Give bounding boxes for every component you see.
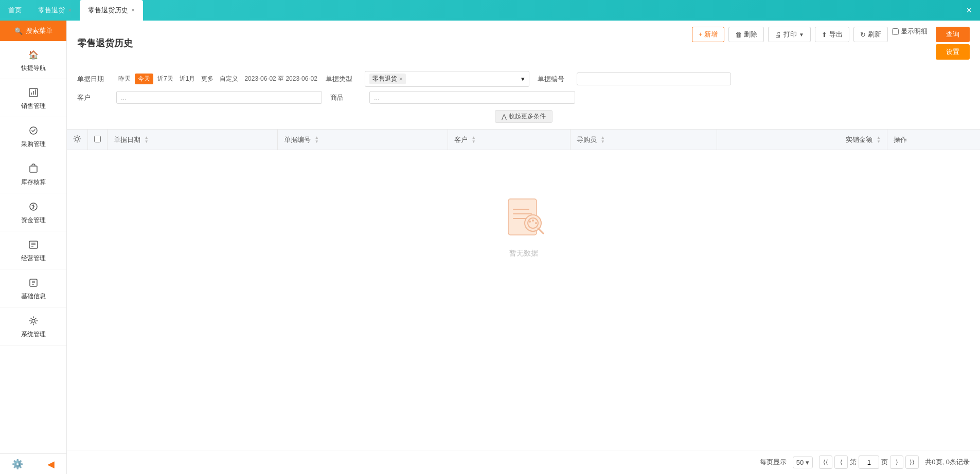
type-tag-value: 零售退货 (372, 75, 397, 83)
sidebar-item-quick-nav[interactable]: 🏠 快捷导航 (0, 41, 66, 79)
query-button[interactable]: 查询 (936, 27, 970, 42)
date-opt-7days[interactable]: 近7天 (155, 74, 175, 84)
top-bar: 首页 零售退货 × 零售退货历史 × × (0, 0, 980, 21)
sort-customer-icon: ▲ ▼ (472, 136, 476, 144)
tab-retail-return-close[interactable]: × (68, 7, 72, 14)
customer-placeholder: ... (121, 94, 127, 101)
th-date-label: 单据日期 (114, 136, 140, 143)
sidebar-item-finance[interactable]: 资金管理 (0, 193, 66, 231)
page-label-prefix: 第 (850, 458, 857, 467)
svg-point-26 (535, 222, 537, 224)
th-date[interactable]: 单据日期 ▲ ▼ (108, 130, 278, 150)
select-all-checkbox[interactable] (94, 136, 101, 142)
type-select-arrow: ▾ (521, 75, 525, 83)
sidebar-item-purchase[interactable]: 采购管理 (0, 117, 66, 155)
collapse-button[interactable]: ⋀ 收起更多条件 (495, 110, 553, 123)
th-amount[interactable]: 实销金额 ▲ ▼ (717, 130, 887, 150)
page-size-select[interactable]: 50 ▾ (793, 457, 813, 468)
sort-amount-icon: ▲ ▼ (877, 136, 881, 144)
table-footer: 每页显示 50 ▾ ⟨⟨ ⟨ 第 页 ⟩ ⟩⟩ 共0页, 0条记录 (67, 450, 980, 474)
customer-filter-select[interactable]: ... (116, 91, 322, 104)
th-checkbox[interactable] (88, 130, 108, 150)
date-opt-custom[interactable]: 自定义 (218, 74, 240, 84)
page-input[interactable] (859, 455, 879, 469)
sidebar: 🔍 搜索菜单 🏠 快捷导航 销售管理 (0, 21, 67, 474)
page-nav: ⟨⟨ ⟨ 第 页 ⟩ ⟩⟩ (819, 455, 919, 469)
number-filter-input[interactable] (577, 72, 731, 85)
sidebar-item-finance-label: 资金管理 (21, 216, 46, 225)
page-next-button[interactable]: ⟩ (890, 455, 903, 469)
page-last-button[interactable]: ⟩⟩ (905, 455, 919, 469)
th-customer[interactable]: 客户 ▲ ▼ (448, 130, 571, 150)
table-header-row: 单据日期 ▲ ▼ 单据编号 ▲ ▼ (67, 130, 980, 150)
th-number[interactable]: 单据编号 ▲ ▼ (278, 130, 448, 150)
tab-home-label: 首页 (8, 6, 22, 15)
th-guide-label: 导购员 (577, 136, 597, 143)
th-number-label: 单据编号 (284, 136, 311, 143)
filter-row-customer: 客户 ... 商品 ... (77, 91, 970, 104)
collapse-row: ⋀ 收起更多条件 (77, 108, 970, 125)
main-layout: 🔍 搜索菜单 🏠 快捷导航 销售管理 (0, 21, 980, 474)
new-button[interactable]: + 新增 (692, 27, 724, 42)
date-opt-1month[interactable]: 近1月 (177, 74, 198, 84)
export-button[interactable]: ⬆ 导出 (815, 27, 849, 42)
print-button[interactable]: 🖨 打印 ▼ (768, 27, 811, 42)
sidebar-item-inventory[interactable]: 库存核算 (0, 155, 66, 193)
display-detail-checkbox[interactable]: 显示明细 (892, 27, 928, 36)
svg-point-16 (76, 137, 79, 140)
sidebar-item-quick-nav-label: 快捷导航 (21, 64, 46, 72)
date-opt-today[interactable]: 今天 (135, 74, 153, 84)
sidebar-search[interactable]: 🔍 搜索菜单 (0, 21, 66, 41)
sidebar-search-label: 搜索菜单 (26, 26, 52, 35)
delete-button[interactable]: 🗑 🗑 删除 删除 (728, 27, 764, 42)
filter-row-date: 单据日期 昨天 今天 近7天 近1月 更多 自定义 2023-06-02 至 2… (77, 71, 970, 87)
date-opt-more[interactable]: 更多 (199, 74, 216, 84)
page-size-arrow: ▾ (806, 459, 809, 466)
sidebar-collapse-icon[interactable]: ◀ (47, 459, 55, 470)
data-table: 单据日期 ▲ ▼ 单据编号 ▲ ▼ (67, 130, 980, 150)
finance-icon (26, 199, 41, 214)
type-tag-remove[interactable]: × (399, 76, 403, 83)
sidebar-item-purchase-label: 采购管理 (21, 140, 46, 149)
svg-point-25 (532, 220, 534, 222)
sort-guide-icon: ▲ ▼ (601, 136, 605, 144)
goods-placeholder: ... (374, 94, 380, 101)
sidebar-item-operations-label: 经营管理 (21, 254, 46, 263)
th-operation: 操作 (887, 130, 980, 150)
page-label-suffix: 页 (881, 458, 888, 467)
sidebar-item-system[interactable]: 系统管理 (0, 307, 66, 345)
window-close-button[interactable]: × (958, 5, 980, 16)
sidebar-settings-icon[interactable]: ⚙️ (12, 459, 23, 470)
tab-retail-return-history[interactable]: 零售退货历史 × (80, 0, 143, 21)
tab-retail-return[interactable]: 零售退货 × (30, 0, 80, 21)
home-icon: 🏠 (26, 47, 41, 62)
th-settings[interactable] (67, 130, 88, 150)
sidebar-item-inventory-label: 库存核算 (21, 178, 46, 187)
number-filter-label: 单据编号 (538, 75, 568, 84)
sidebar-item-sales[interactable]: 销售管理 (0, 79, 66, 117)
empty-state: 暂无数据 (67, 150, 980, 299)
svg-line-23 (538, 228, 543, 233)
total-records: 共0页, 0条记录 (925, 458, 970, 467)
goods-filter-select[interactable]: ... (369, 91, 575, 104)
tab-bar: 首页 零售退货 × 零售退货历史 × (0, 0, 958, 21)
svg-point-15 (32, 319, 35, 322)
refresh-button[interactable]: ↻ 刷新 (853, 27, 888, 42)
tab-retail-return-history-close[interactable]: × (131, 7, 135, 14)
th-guide[interactable]: 导购员 ▲ ▼ (571, 130, 717, 150)
page-title: 零售退货历史 (77, 37, 133, 49)
date-filter-label: 单据日期 (77, 75, 108, 84)
type-filter-tag: 零售退货 × (369, 74, 406, 84)
date-opt-yesterday[interactable]: 昨天 (116, 74, 133, 84)
display-detail-input[interactable] (892, 28, 899, 35)
customer-filter-label: 客户 (77, 93, 108, 102)
settings-button[interactable]: 设置 (936, 44, 970, 60)
page-title-row: 零售退货历史 + 新增 🗑 🗑 删除 删除 🖨 打印 ▼ (77, 27, 970, 60)
page-prev-button[interactable]: ⟨ (834, 455, 848, 469)
sidebar-item-basic-info[interactable]: 基础信息 (0, 269, 66, 307)
sidebar-item-operations[interactable]: 经营管理 (0, 231, 66, 269)
system-icon (26, 314, 41, 328)
type-filter-select[interactable]: 零售退货 × ▾ (365, 71, 529, 87)
page-first-button[interactable]: ⟨⟨ (819, 455, 832, 469)
tab-home[interactable]: 首页 (0, 0, 30, 21)
